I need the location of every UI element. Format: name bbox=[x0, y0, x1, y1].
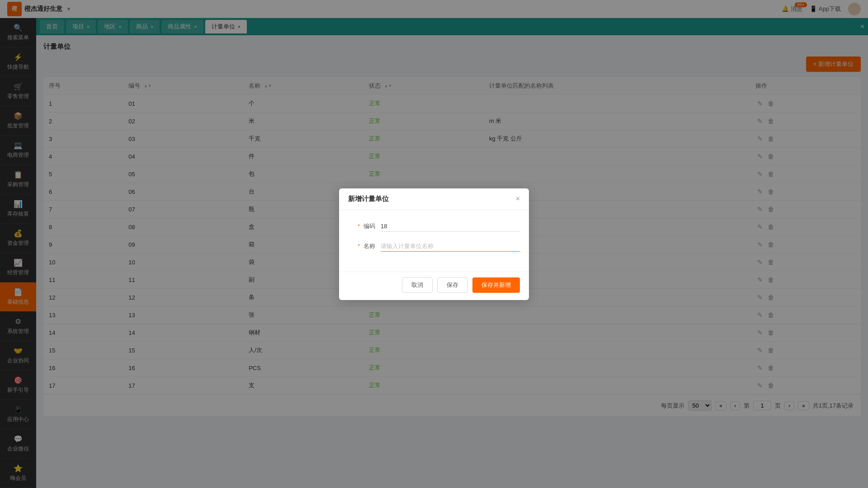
form-row-name: * 名称 bbox=[348, 241, 520, 252]
cancel-button[interactable]: 取消 bbox=[402, 277, 433, 293]
modal-header: 新增计量单位 × bbox=[339, 188, 529, 210]
save-button[interactable]: 保存 bbox=[437, 277, 468, 293]
form-label-name: * 名称 bbox=[348, 242, 375, 250]
save-and-new-button[interactable]: 保存并新增 bbox=[472, 277, 520, 293]
modal-body: * 编码 * 名称 bbox=[339, 210, 529, 272]
code-input[interactable] bbox=[381, 221, 520, 232]
form-label-code: * 编码 bbox=[348, 222, 375, 230]
modal-footer: 取消 保存 保存并新增 bbox=[339, 272, 529, 300]
modal-overlay[interactable]: 新增计量单位 × * 编码 * 名称 取消 保存 保存并新增 bbox=[0, 0, 868, 488]
name-input[interactable] bbox=[381, 241, 520, 252]
modal-title: 新增计量单位 bbox=[348, 195, 389, 203]
modal-close-button[interactable]: × bbox=[516, 195, 520, 203]
form-row-code: * 编码 bbox=[348, 221, 520, 232]
add-unit-modal: 新增计量单位 × * 编码 * 名称 取消 保存 保存并新增 bbox=[339, 188, 529, 300]
required-mark-name: * bbox=[358, 243, 360, 249]
required-mark: * bbox=[358, 223, 360, 230]
